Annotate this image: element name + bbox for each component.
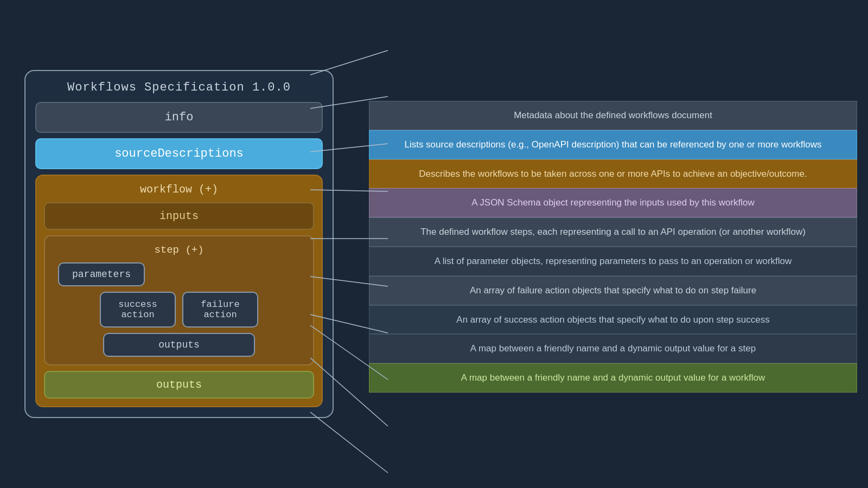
desc-failure-action: An array of failure action objects that … — [369, 276, 857, 305]
desc-source: Lists source descriptions (e.g., OpenAPI… — [369, 130, 857, 159]
inputs-button: inputs — [44, 202, 314, 230]
desc-workflow: Describes the workflows to be taken acro… — [369, 159, 857, 189]
desc-step: The defined workflow steps, each represe… — [369, 217, 857, 247]
desc-inputs: A JSON Schema object representing the in… — [369, 188, 857, 217]
desc-workflow-outputs: A map between a friendly name and a dyna… — [369, 363, 857, 393]
left-panel: Workflows Specification 1.0.0 info sourc… — [11, 11, 347, 477]
workflow-title: workflow (+) — [44, 183, 314, 196]
main-container: Workflows Specification 1.0.0 info sourc… — [0, 0, 868, 488]
success-action-button: successaction — [100, 292, 176, 328]
info-button: info — [35, 102, 323, 133]
action-row: successaction failureaction — [53, 292, 305, 328]
desc-step-outputs: A map between a friendly name and a dyna… — [369, 334, 857, 363]
spec-title: Workflows Specification 1.0.0 — [35, 81, 323, 94]
spec-box: Workflows Specification 1.0.0 info sourc… — [24, 70, 334, 418]
workflow-outputs-button: outputs — [44, 371, 314, 399]
step-outputs-button: outputs — [103, 333, 255, 357]
right-panel: Metadata about the defined workflows doc… — [347, 11, 857, 477]
step-title: step (+) — [53, 244, 305, 256]
parameters-button: parameters — [58, 262, 145, 286]
source-descriptions-button: sourceDescriptions — [35, 138, 323, 169]
failure-action-button: failureaction — [182, 292, 258, 328]
workflow-box: workflow (+) inputs step (+) parameters … — [35, 175, 323, 407]
desc-success-action: An array of success action objects that … — [369, 305, 857, 335]
step-box: step (+) parameters successaction failur… — [44, 235, 314, 365]
desc-parameters: A list of parameter objects, representin… — [369, 247, 857, 276]
desc-info: Metadata about the defined workflows doc… — [369, 101, 857, 130]
